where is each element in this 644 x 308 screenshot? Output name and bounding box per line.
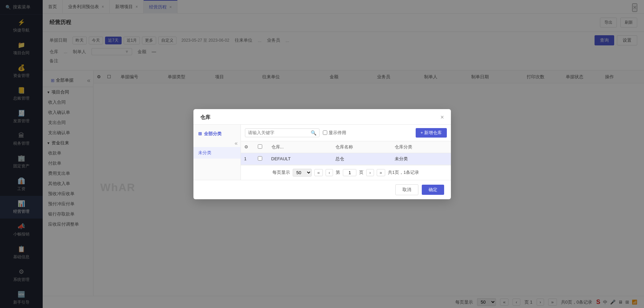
modal-unclassified-label: 未分类 bbox=[198, 150, 211, 156]
modal-per-page-select[interactable]: 50 100 bbox=[293, 169, 312, 177]
modal-search-box: 🔍 bbox=[245, 128, 319, 137]
modal-all-label: 全部分类 bbox=[204, 131, 222, 137]
modal-prev-page[interactable]: ‹ bbox=[326, 169, 333, 176]
row-checkbox-input[interactable] bbox=[258, 156, 262, 161]
th-checkbox-all[interactable] bbox=[258, 144, 262, 149]
th-warehouse-category: 仓库分类 bbox=[391, 141, 451, 153]
modal-left-panel: ⊞ 全部分类 « 未分类 bbox=[193, 125, 241, 180]
modal-unclassified-item[interactable]: 未分类 bbox=[193, 147, 241, 159]
row-code: DEFAULT bbox=[268, 153, 332, 165]
modal-body: ⊞ 全部分类 « 未分类 🔍 bbox=[193, 125, 451, 180]
modal-overlay: 仓库 × ⊞ 全部分类 « 未分类 bbox=[0, 0, 644, 308]
modal-last-page[interactable]: » bbox=[377, 169, 385, 176]
grid-icon-modal: ⊞ bbox=[198, 131, 202, 136]
warehouse-modal: 仓库 × ⊞ 全部分类 « 未分类 bbox=[193, 109, 451, 199]
modal-page-label-pre: 第 bbox=[336, 169, 340, 176]
row-name: 总仓 bbox=[332, 153, 391, 165]
cancel-button[interactable]: 取消 bbox=[395, 184, 418, 195]
modal-toolbar: 🔍 显示停用 + 新增仓库 bbox=[241, 125, 451, 141]
table-row[interactable]: 1 DEFAULT 总仓 未分类 bbox=[241, 153, 451, 165]
modal-title: 仓库 bbox=[200, 114, 210, 121]
modal-search-input[interactable] bbox=[248, 130, 311, 135]
modal-first-page[interactable]: « bbox=[314, 169, 323, 176]
show-disabled-text: 显示停用 bbox=[329, 130, 346, 136]
show-disabled-label[interactable]: 显示停用 bbox=[323, 130, 346, 136]
th-warehouse-name: 仓库名称 bbox=[332, 141, 391, 153]
modal-per-page-label: 每页显示 bbox=[272, 169, 290, 176]
modal-pagination: 每页显示 50 100 « ‹ 第 页 › » 共1页，1条记录 bbox=[241, 165, 451, 180]
modal-table-area: ⚙ 仓库... 仓库名称 bbox=[241, 141, 451, 165]
modal-close-button[interactable]: × bbox=[440, 114, 444, 121]
row-checkbox[interactable] bbox=[254, 153, 268, 165]
modal-all-category[interactable]: ⊞ 全部分类 bbox=[193, 128, 241, 140]
th-settings-icon[interactable]: ⚙ bbox=[244, 144, 248, 149]
modal-table: ⚙ 仓库... 仓库名称 bbox=[241, 141, 451, 165]
modal-table-header-row: ⚙ 仓库... 仓库名称 bbox=[241, 141, 451, 153]
row-category: 未分类 bbox=[391, 153, 451, 165]
modal-next-page[interactable]: › bbox=[366, 169, 374, 176]
show-disabled-checkbox[interactable] bbox=[323, 130, 327, 135]
th-warehouse-code: 仓库... bbox=[268, 141, 332, 153]
confirm-button[interactable]: 确定 bbox=[422, 185, 444, 195]
row-num: 1 bbox=[241, 153, 254, 165]
modal-right-panel: 🔍 显示停用 + 新增仓库 ⚙ bbox=[241, 125, 451, 180]
modal-header: 仓库 × bbox=[193, 109, 451, 125]
th-settings: ⚙ bbox=[241, 141, 254, 153]
modal-total-label: 共1页，1条记录 bbox=[388, 169, 419, 176]
add-warehouse-button[interactable]: + 新增仓库 bbox=[416, 128, 446, 138]
modal-footer: 取消 确定 bbox=[193, 180, 451, 199]
modal-search-icon: 🔍 bbox=[311, 130, 316, 136]
modal-page-input[interactable] bbox=[343, 169, 356, 176]
modal-left-collapse-btn[interactable]: « bbox=[235, 140, 238, 146]
th-checkbox-col bbox=[254, 141, 268, 153]
modal-page-label: 页 bbox=[359, 169, 363, 176]
